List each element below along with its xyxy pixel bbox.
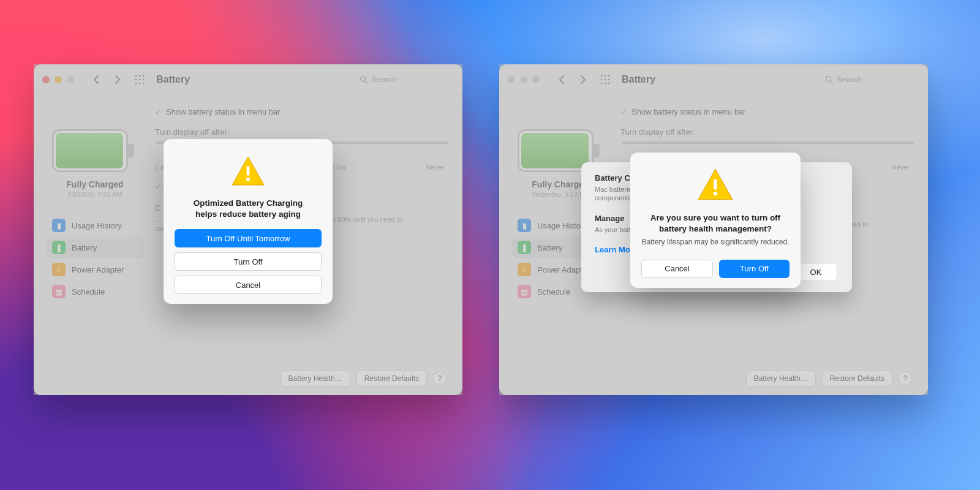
dialog-title: Are you sure you want to turn offbattery… (641, 213, 790, 234)
svg-rect-22 (714, 179, 717, 189)
optimized-charging-dialog: Optimized Battery Charginghelps reduce b… (164, 139, 333, 304)
dialog-title: Optimized Battery Charginghelps reduce b… (175, 198, 322, 219)
svg-point-23 (714, 192, 717, 195)
cancel-button[interactable]: Cancel (175, 276, 322, 294)
turn-off-health-dialog: Are you sure you want to turn offbattery… (630, 153, 801, 288)
turn-off-until-tomorrow-button[interactable]: Turn Off Until Tomorrow (175, 229, 322, 247)
ok-button[interactable]: OK (794, 263, 837, 281)
cancel-button[interactable]: Cancel (641, 260, 713, 278)
turn-off-button[interactable]: Turn Off (175, 252, 322, 271)
svg-rect-10 (247, 166, 250, 176)
svg-point-11 (246, 178, 250, 181)
dialog-subtitle: Battery lifespan may be significantly re… (641, 238, 790, 247)
warning-icon (696, 167, 734, 202)
warning-icon (230, 155, 266, 187)
turn-off-button[interactable]: Turn Off (719, 260, 790, 278)
